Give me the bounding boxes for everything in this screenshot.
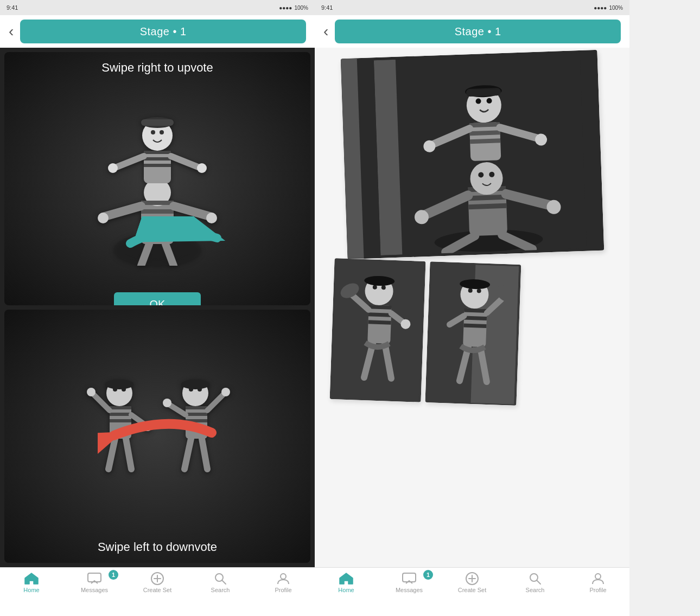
svg-point-24	[197, 163, 207, 173]
time-2: 9:41	[321, 4, 333, 11]
svg-rect-20	[144, 164, 171, 167]
tab-messages-label-1: Messages	[81, 587, 108, 593]
svg-line-6	[103, 206, 141, 217]
tab-messages-1[interactable]: 1 Messages	[63, 572, 126, 593]
downvote-label: Swipe left to downvote	[4, 540, 310, 554]
small-photo-card-right[interactable]	[425, 261, 521, 406]
svg-rect-45	[186, 406, 207, 409]
nav-header-1: ‹ Stage • 1	[0, 15, 315, 48]
small-photo-card-left[interactable]	[330, 258, 426, 402]
svg-rect-114	[464, 316, 487, 320]
svg-rect-113	[464, 308, 487, 312]
mime-small-left	[332, 260, 424, 401]
tab-profile-label-2: Profile	[589, 587, 606, 593]
svg-rect-4	[141, 209, 174, 214]
back-button-1[interactable]: ‹	[9, 24, 14, 39]
tab-search-label-2: Search	[526, 587, 545, 593]
tab-home-label-2: Home	[338, 587, 354, 593]
svg-point-14	[160, 130, 164, 134]
svg-rect-115	[463, 323, 486, 328]
small-photo-right-inner	[425, 261, 521, 406]
tab-search-2[interactable]: Search	[504, 572, 567, 593]
svg-point-29	[105, 380, 133, 389]
messages-badge-1: 1	[109, 570, 118, 580]
tab-bar-2: Home 1 Messages Create Set	[315, 567, 629, 616]
mime-small-right	[428, 263, 519, 404]
svg-rect-3	[141, 201, 174, 205]
messages-icon-1	[87, 572, 102, 585]
battery-1: 100%	[294, 5, 308, 11]
time-1: 9:41	[7, 4, 18, 11]
svg-line-7	[174, 206, 212, 217]
svg-point-49	[221, 388, 230, 396]
tab-profile-1[interactable]: Profile	[252, 572, 315, 593]
status-left-2: 9:41	[321, 4, 333, 11]
status-left-1: 9:41	[7, 4, 18, 11]
create-icon-1	[150, 572, 165, 585]
tab-create-1[interactable]: Create Set	[126, 572, 189, 593]
svg-rect-19	[144, 157, 171, 161]
right-arrow-icon	[125, 216, 233, 262]
gallery-content	[315, 48, 629, 567]
tab-search-1[interactable]: Search	[189, 572, 252, 593]
svg-point-61	[281, 574, 286, 579]
profile-icon-1	[276, 572, 291, 585]
home-icon-1	[24, 572, 39, 585]
tab-home-label-1: Home	[23, 587, 39, 593]
svg-line-60	[222, 580, 226, 584]
svg-point-43	[181, 380, 209, 389]
home-icon-2	[339, 572, 354, 585]
battery-2: 100%	[609, 5, 623, 11]
large-photo-inner	[340, 50, 603, 259]
status-right-2: ●●●● 100%	[594, 5, 623, 11]
messages-icon-2	[402, 572, 417, 585]
tab-messages-2[interactable]: 1 Messages	[378, 572, 441, 593]
profile-icon-2	[590, 572, 606, 585]
back-button-2[interactable]: ‹	[323, 24, 328, 39]
upvote-card[interactable]: Swipe right to upvote OK	[4, 52, 310, 305]
tab-home-2[interactable]: Home	[315, 572, 378, 593]
tab-messages-label-2: Messages	[396, 587, 423, 593]
search-icon-1	[213, 572, 228, 585]
svg-rect-18	[144, 151, 171, 154]
tab-home-1[interactable]: Home	[0, 572, 63, 593]
downvote-card[interactable]: Swipe left to downvote	[4, 310, 310, 563]
tab-profile-2[interactable]: Profile	[567, 572, 629, 593]
small-photo-left-inner	[330, 258, 426, 402]
messages-badge-2: 1	[423, 570, 433, 580]
status-right-1: ●●●● 100%	[279, 5, 308, 11]
film-strip	[340, 58, 364, 259]
ok-button[interactable]: OK	[114, 292, 201, 305]
svg-rect-99	[368, 320, 391, 324]
create-icon-2	[464, 572, 480, 585]
svg-line-48	[207, 393, 225, 410]
svg-rect-97	[368, 305, 391, 309]
tab-create-2[interactable]: Create Set	[441, 572, 504, 593]
svg-point-51	[163, 399, 171, 407]
svg-line-21	[114, 156, 144, 168]
screen-1: 9:41 ●●●● 100% ‹ Stage • 1	[0, 0, 315, 616]
screen-2: 9:41 ●●●● 100% ‹ Stage • 1	[315, 0, 629, 616]
signal-2: ●●●●	[594, 5, 607, 11]
status-bar-2: 9:41 ●●●● 100%	[315, 0, 629, 15]
svg-point-13	[151, 130, 155, 134]
swipe-content: Swipe right to upvote OK	[0, 48, 315, 567]
stage-button-1[interactable]: Stage • 1	[20, 20, 306, 43]
svg-line-126	[537, 580, 540, 584]
tab-create-label-2: Create Set	[458, 587, 487, 593]
mime-large-image	[374, 53, 587, 255]
small-photo-row	[330, 258, 521, 406]
upvote-bg	[4, 52, 310, 305]
svg-point-23	[108, 163, 118, 173]
large-photo-card[interactable]	[340, 50, 603, 259]
search-icon-2	[527, 572, 543, 585]
status-bar-1: 9:41 ●●●● 100%	[0, 0, 315, 15]
svg-rect-98	[368, 312, 391, 317]
left-arrow-icon	[98, 411, 217, 462]
svg-point-8	[98, 213, 109, 223]
svg-line-22	[171, 156, 201, 168]
tab-search-label-1: Search	[211, 587, 230, 593]
upvote-label: Swipe right to upvote	[4, 61, 310, 75]
tab-profile-label-1: Profile	[275, 587, 291, 593]
stage-button-2[interactable]: Stage • 1	[335, 20, 621, 43]
